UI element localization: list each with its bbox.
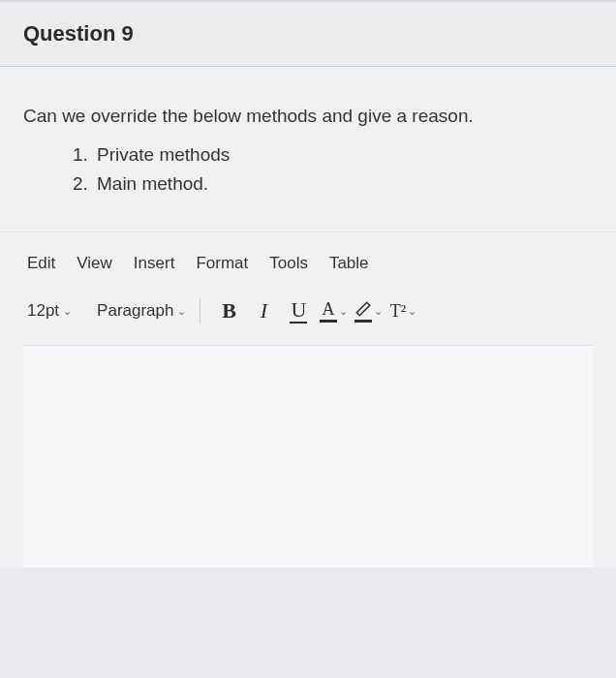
bold-icon: B bbox=[222, 298, 236, 324]
chevron-down-icon: ⌄ bbox=[63, 305, 72, 318]
question-list: Private methods Main method. bbox=[23, 144, 593, 195]
menu-format[interactable]: Format bbox=[196, 254, 248, 273]
menu-insert[interactable]: Insert bbox=[134, 254, 175, 273]
editor-toolbar: 12pt ⌄ Paragraph ⌄ B I U A ⌄ bbox=[23, 287, 593, 339]
question-header: Question 9 bbox=[0, 0, 616, 67]
textcolor-button[interactable]: A ⌄ bbox=[319, 296, 348, 325]
chevron-down-icon: ⌄ bbox=[408, 305, 416, 318]
superscript-button[interactable]: T² ⌄ bbox=[388, 296, 417, 325]
menu-view[interactable]: View bbox=[77, 254, 112, 273]
question-body: Can we override the below methods and gi… bbox=[0, 67, 616, 232]
list-item: Private methods bbox=[93, 144, 593, 166]
italic-icon: I bbox=[261, 298, 267, 324]
highlight-button[interactable]: ⌄ bbox=[354, 296, 383, 325]
block-label: Paragraph bbox=[97, 301, 173, 321]
editor-section: Edit View Insert Format Tools Table 12pt… bbox=[0, 232, 616, 568]
underline-icon: U bbox=[290, 299, 307, 324]
question-title: Question 9 bbox=[23, 21, 593, 46]
question-prompt: Can we override the below methods and gi… bbox=[23, 106, 593, 127]
textcolor-icon: A bbox=[320, 300, 337, 323]
chevron-down-icon: ⌄ bbox=[177, 305, 186, 318]
editor-menubar: Edit View Insert Format Tools Table bbox=[23, 232, 593, 287]
italic-button[interactable]: I bbox=[249, 296, 278, 325]
block-dropdown[interactable]: Paragraph ⌄ bbox=[97, 299, 186, 323]
editor-textarea[interactable] bbox=[23, 345, 593, 568]
underline-button[interactable]: U bbox=[284, 296, 313, 325]
toolbar-separator bbox=[200, 298, 200, 324]
menu-edit[interactable]: Edit bbox=[27, 254, 55, 273]
fontsize-dropdown[interactable]: 12pt ⌄ bbox=[27, 299, 72, 323]
chevron-down-icon: ⌄ bbox=[374, 305, 383, 318]
list-item: Main method. bbox=[93, 173, 593, 195]
chevron-down-icon: ⌄ bbox=[339, 305, 348, 318]
menu-tools[interactable]: Tools bbox=[269, 254, 308, 273]
menu-table[interactable]: Table bbox=[329, 254, 369, 273]
superscript-icon: T² bbox=[390, 301, 406, 322]
highlight-icon bbox=[354, 300, 372, 323]
bold-button[interactable]: B bbox=[214, 296, 243, 325]
fontsize-label: 12pt bbox=[27, 301, 59, 321]
